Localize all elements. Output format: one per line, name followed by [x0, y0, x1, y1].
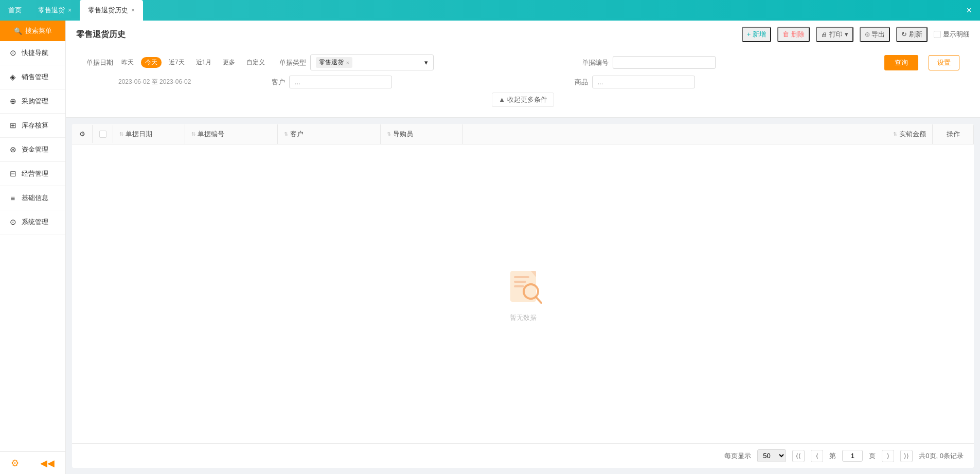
table-container: ⚙ ⇅ 单据日期 ⇅ 单据编号 ⇅ 客户 ⇅: [72, 124, 974, 468]
select-all-checkbox[interactable]: [99, 131, 106, 138]
type-tag: 零售退货 ×: [316, 57, 352, 68]
type-tag-close[interactable]: ×: [346, 60, 349, 66]
page-header: 零售退货历史 + 新增 🗑 删除 🖨 打印 ▾ ⊙ 导出 ↻ 刷新 显示明细: [66, 21, 980, 118]
first-page-btn[interactable]: ⟨⟨: [792, 450, 805, 462]
delete-button[interactable]: 🗑 删除: [777, 27, 810, 42]
empty-illustration: [500, 266, 546, 307]
settings-button[interactable]: 设置: [929, 55, 959, 70]
header-actions: + 新增 🗑 删除 🖨 打印 ▾ ⊙ 导出 ↻ 刷新 显示明细: [742, 27, 970, 42]
prev-page-btn[interactable]: ⟨: [811, 450, 823, 462]
date-7days-btn[interactable]: 近7天: [165, 57, 189, 68]
goods-filter-item: 商品: [575, 76, 867, 88]
top-bar: 首页 零售退货 × 零售退货历史 × ×: [0, 0, 980, 21]
page-number-input[interactable]: [842, 450, 863, 462]
page-title: 零售退货历史: [76, 29, 126, 40]
purchase-icon: ⊕: [8, 97, 17, 106]
date-range-display: 2023-06-02 至 2023-06-02: [86, 78, 261, 86]
svg-rect-2: [514, 281, 526, 283]
page-size-select[interactable]: 50 20 100: [757, 449, 786, 462]
sidebar-item-sales-mgmt[interactable]: ◈ 销售管理: [0, 65, 65, 89]
date-custom-btn[interactable]: 自定义: [242, 57, 269, 68]
sidebar-item-purchase-mgmt[interactable]: ⊕ 采购管理: [0, 89, 65, 114]
sidebar-settings-btn[interactable]: ⚙: [11, 458, 19, 469]
inventory-icon: ⊞: [8, 121, 17, 130]
th-customer: ⇅ 客户: [278, 124, 381, 144]
sort-customer-icon[interactable]: ⇅: [284, 131, 288, 137]
search-icon: 🔍: [14, 27, 22, 35]
basic-info-icon: ≡: [8, 193, 17, 203]
filter-row-2: 2023-06-02 至 2023-06-02 客户 商品: [86, 76, 959, 88]
sort-date-icon[interactable]: ⇅: [119, 131, 123, 137]
date-yesterday-btn[interactable]: 昨天: [117, 57, 138, 68]
filter-area: 单据日期 昨天 今天 近7天 近1月 更多 自定义 单据类型: [76, 48, 970, 117]
system-icon: ⊙: [8, 217, 17, 227]
tab-retail-return-history[interactable]: 零售退货历史 ×: [80, 0, 143, 21]
table-header: ⚙ ⇅ 单据日期 ⇅ 单据编号 ⇅ 客户 ⇅: [72, 124, 974, 144]
th-settings[interactable]: ⚙: [72, 125, 93, 143]
tab-home[interactable]: 首页: [0, 0, 30, 21]
table-settings-icon[interactable]: ⚙: [79, 130, 85, 138]
type-filter-select[interactable]: 零售退货 × ▾: [310, 54, 434, 70]
collapse-filter-btn[interactable]: ▲ 收起更多条件: [492, 93, 554, 107]
sales-icon: ◈: [8, 72, 17, 82]
goods-input[interactable]: [592, 76, 695, 88]
export-button[interactable]: ⊙ 导出: [860, 27, 890, 42]
empty-text: 暂无数据: [510, 313, 537, 322]
filter-row-1: 单据日期 昨天 今天 近7天 近1月 更多 自定义 单据类型: [86, 54, 959, 70]
customer-filter-item: 客户: [272, 76, 564, 88]
th-ops: 操作: [933, 124, 974, 144]
operations-icon: ⊟: [8, 169, 17, 178]
sort-amount-icon[interactable]: ⇅: [893, 131, 897, 137]
close-history-tab[interactable]: ×: [131, 7, 135, 14]
customer-input[interactable]: [289, 76, 392, 88]
collapse-row: ▲ 收起更多条件: [86, 90, 959, 111]
date-filter: 昨天 今天 近7天 近1月 更多 自定义: [117, 57, 269, 68]
th-amount: ⇅ 实销金额: [463, 124, 933, 144]
query-button[interactable]: 查询: [884, 55, 918, 70]
tab-list: 首页 零售退货 × 零售退货历史 ×: [0, 0, 958, 21]
th-checkbox[interactable]: [93, 125, 113, 143]
last-page-btn[interactable]: ⟩⟩: [900, 450, 913, 462]
sidebar-item-quick-nav[interactable]: ⊙ 快捷导航: [0, 41, 65, 65]
main-layout: 🔍 搜索菜单 ⊙ 快捷导航 ◈ 销售管理 ⊕ 采购管理 ⊞ 库存核算 ⊛ 资金管: [0, 21, 980, 474]
window-close-button[interactable]: ×: [958, 5, 980, 16]
finance-icon: ⊛: [8, 145, 17, 154]
sort-number-icon[interactable]: ⇅: [191, 131, 195, 137]
sidebar-item-basic-info[interactable]: ≡ 基础信息: [0, 186, 65, 210]
close-retail-return-tab[interactable]: ×: [68, 7, 72, 14]
th-number: ⇅ 单据编号: [185, 124, 278, 144]
th-guide: ⇅ 导购员: [381, 124, 463, 144]
quick-nav-icon: ⊙: [8, 48, 17, 58]
number-filter-item: 单据编号: [582, 56, 874, 69]
th-date: ⇅ 单据日期: [113, 124, 185, 144]
sidebar-item-system-mgmt[interactable]: ⊙ 系统管理: [0, 210, 65, 234]
page-header-top: 零售退货历史 + 新增 🗑 删除 🖨 打印 ▾ ⊙ 导出 ↻ 刷新 显示明细: [76, 27, 970, 42]
date-today-btn[interactable]: 今天: [141, 57, 162, 68]
empty-state: 暂无数据: [72, 144, 974, 443]
date-filter-item: 单据日期 昨天 今天 近7天 近1月 更多 自定义: [86, 57, 269, 68]
tab-retail-return[interactable]: 零售退货 ×: [30, 0, 80, 21]
type-select-arrow: ▾: [424, 59, 428, 66]
main-content: 零售退货历史 + 新增 🗑 删除 🖨 打印 ▾ ⊙ 导出 ↻ 刷新 显示明细: [66, 21, 980, 474]
print-button[interactable]: 🖨 打印 ▾: [816, 27, 853, 42]
svg-line-5: [536, 297, 541, 303]
svg-rect-1: [514, 276, 529, 278]
number-input[interactable]: [613, 56, 716, 69]
sidebar-item-finance[interactable]: ⊛ 资金管理: [0, 138, 65, 162]
refresh-button[interactable]: ↻ 刷新: [896, 27, 928, 42]
type-filter-item: 单据类型 零售退货 × ▾: [279, 54, 572, 70]
sidebar-item-operations[interactable]: ⊟ 经营管理: [0, 162, 65, 186]
sidebar: 🔍 搜索菜单 ⊙ 快捷导航 ◈ 销售管理 ⊕ 采购管理 ⊞ 库存核算 ⊛ 资金管: [0, 21, 66, 474]
sidebar-search-btn[interactable]: 🔍 搜索菜单: [0, 21, 65, 41]
date-more-btn[interactable]: 更多: [219, 57, 239, 68]
sidebar-bottom: ⚙ ◀◀: [0, 451, 65, 474]
display-toggle-checkbox[interactable]: [934, 31, 941, 38]
next-page-btn[interactable]: ⟩: [882, 450, 894, 462]
sidebar-audio-btn[interactable]: ◀◀: [40, 458, 55, 469]
sort-guide-icon[interactable]: ⇅: [387, 131, 391, 137]
display-toggle[interactable]: 显示明细: [934, 30, 970, 39]
new-button[interactable]: + 新增: [742, 27, 771, 42]
svg-rect-3: [514, 285, 524, 287]
date-1month-btn[interactable]: 近1月: [192, 57, 216, 68]
sidebar-item-inventory[interactable]: ⊞ 库存核算: [0, 114, 65, 138]
